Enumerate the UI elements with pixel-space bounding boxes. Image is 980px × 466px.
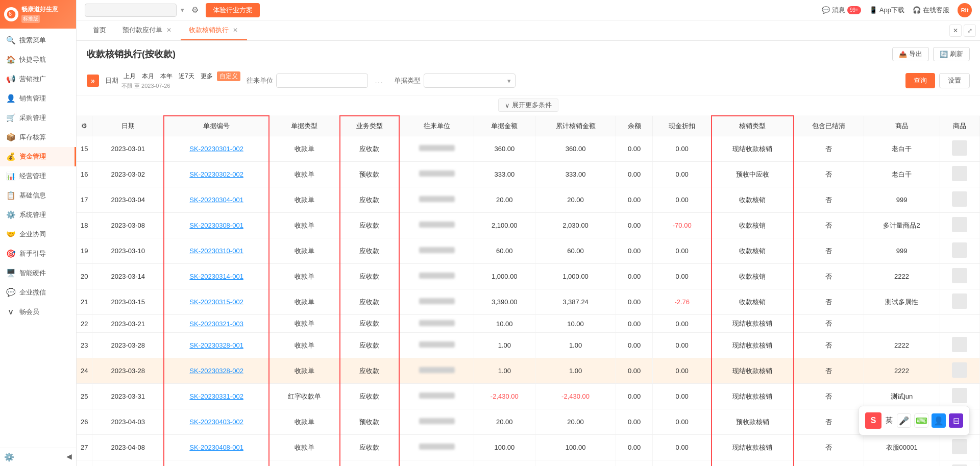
sidebar-item-marketing[interactable]: 📢 营销推广 (0, 69, 76, 89)
settings-icon[interactable]: ⚙️ (4, 452, 14, 462)
row-doc-type: 收款单 (269, 136, 339, 162)
operations-icon: 📊 (6, 171, 15, 181)
settings-col-icon[interactable]: ⚙ (81, 122, 87, 130)
row-partner (399, 358, 474, 384)
chevron-down-icon: ∨ (505, 102, 510, 109)
filter-settings-button[interactable]: 设置 (939, 73, 970, 88)
voucher-type-select[interactable]: ▾ (424, 73, 516, 88)
tab-expand-button[interactable]: ⤢ (964, 24, 976, 37)
row-biz-type: 应收款 (340, 333, 400, 358)
filter-bar: » 日期 上月 本月 本年 近7天 更多 自定义 不限 至 2023-07-26 (77, 66, 980, 95)
col-balance: 余额 (616, 116, 653, 136)
row-goods: 多计量商品2 (864, 213, 940, 238)
row-writeoff-type: 现结收款核销 (712, 136, 793, 162)
sidebar-item-finance[interactable]: 💰 资金管理 (0, 147, 76, 166)
sidebar-item-sales[interactable]: 👤 销售管理 (0, 89, 76, 108)
row-balance: 0.00 (616, 384, 653, 409)
tab-label: 首页 (93, 26, 106, 35)
row-doc-no: SK-20230308-001 (164, 213, 269, 238)
row-goods2 (940, 264, 980, 289)
row-goods2 (940, 187, 980, 213)
sidebar-item-search[interactable]: 🔍 搜索菜单 (0, 31, 76, 50)
row-no: 26 (77, 409, 92, 435)
refresh-button[interactable]: 🔄 刷新 (933, 47, 970, 61)
app-download-action[interactable]: 📱 App下载 (869, 6, 904, 15)
sidebar-item-purchase[interactable]: 🛒 采购管理 (0, 108, 76, 128)
data-table-container[interactable]: ⚙ 日期 单据编号 单据类型 业务类型 往来单位 单据金额 累计核销金额 余额 … (77, 115, 980, 466)
sidebar-item-enterprise[interactable]: 🤝 企业协同 (0, 225, 76, 244)
tab-collection-writeoff[interactable]: 收款核销执行 ✕ (181, 20, 247, 40)
sidebar-item-hardware[interactable]: 🖥️ 智能硬件 (0, 263, 76, 283)
date-more[interactable]: 更多 (199, 71, 215, 81)
row-balance: 0.00 (616, 315, 653, 333)
industry-solution-button[interactable]: 体验行业方案 (206, 3, 260, 17)
sidebar-item-member[interactable]: V 畅会员 (0, 302, 76, 322)
date-custom-button[interactable]: 自定义 (217, 71, 240, 81)
filter-expand-button[interactable]: » (87, 75, 99, 87)
inventory-icon: 📦 (6, 133, 15, 142)
marketing-icon: 📢 (6, 75, 15, 84)
partner-input[interactable] (276, 73, 368, 88)
tab-close-icon[interactable]: ✕ (165, 27, 173, 34)
row-amount: -2,430.00 (474, 384, 535, 409)
tab-close-icon[interactable]: ✕ (232, 27, 239, 34)
col-doc-no: 单据编号 (164, 116, 269, 136)
tab-close-button[interactable]: ✕ (949, 24, 962, 37)
message-action[interactable]: 💬 消息 99+ (822, 6, 861, 15)
table-row: 25 2023-03-31 SK-20230331-002 红字收款单 应收款 … (77, 384, 980, 409)
table-row: 28 2023-04-18 SK-20230418-001 收款单 应收款 10… (77, 460, 980, 467)
page-header: 收款核销执行(按收款) 📤 导出 🔄 刷新 (77, 41, 980, 66)
sidebar-item-label: 系统管理 (19, 210, 46, 219)
row-goods2 (940, 435, 980, 460)
row-writeoff-amount: 1.00 (535, 333, 616, 358)
apps-icon[interactable]: ⊟ (949, 413, 963, 428)
col-settings[interactable]: ⚙ (77, 116, 92, 136)
date-this-month[interactable]: 本月 (140, 71, 156, 81)
date-last-7-days[interactable]: 近7天 (177, 71, 197, 81)
row-balance: 0.00 (616, 213, 653, 238)
online-service-action[interactable]: 🎧 在线客服 (913, 6, 949, 15)
user-icon[interactable]: 👤 (932, 413, 946, 428)
row-writeoff-amount: 100.00 (535, 460, 616, 467)
breadcrumb-input[interactable] (85, 4, 177, 17)
date-hint: 不限 至 2023-07-26 (121, 82, 240, 90)
row-cash-discount: 0.00 (653, 460, 712, 467)
partner-dots[interactable]: ... (371, 77, 388, 85)
date-this-year[interactable]: 本年 (158, 71, 175, 81)
row-balance: 0.00 (616, 187, 653, 213)
row-biz-type: 应收款 (340, 384, 400, 409)
col-cash-discount: 现金折扣 (653, 116, 712, 136)
gear-button[interactable]: ⚙ (188, 4, 202, 17)
sidebar-item-wechat[interactable]: 💬 企业微信 (0, 283, 76, 302)
sidebar-item-label: 营销推广 (19, 75, 46, 84)
row-partner (399, 187, 474, 213)
row-doc-no: SK-20230302-002 (164, 162, 269, 187)
sidebar-item-inventory[interactable]: 📦 库存核算 (0, 128, 76, 147)
date-last-month[interactable]: 上月 (121, 71, 138, 81)
row-include-settled: 否 (794, 435, 864, 460)
sidebar-item-operations[interactable]: 📊 经营管理 (0, 166, 76, 186)
collapse-icon[interactable]: ◀ (66, 452, 72, 462)
row-date: 2023-04-03 (92, 409, 164, 435)
filter-row: » 日期 上月 本月 本年 近7天 更多 自定义 不限 至 2023-07-26 (87, 71, 970, 90)
export-button[interactable]: 📤 导出 (892, 47, 929, 61)
sidebar-item-basic[interactable]: 📋 基础信息 (0, 186, 76, 205)
row-goods2 (940, 162, 980, 187)
tab-prepay[interactable]: 预付款应付单 ✕ (114, 20, 181, 40)
user-avatar[interactable]: Rit (958, 3, 972, 17)
row-writeoff-amount: 3,387.24 (535, 289, 616, 315)
row-writeoff-amount: 10.00 (535, 315, 616, 333)
row-doc-no: SK-20230408-001 (164, 435, 269, 460)
toolbar-icons: 🎤 ⌨ 👤 ⊟ (897, 413, 963, 428)
expand-more-button[interactable]: ∨ 展开更多条件 (498, 99, 558, 112)
sidebar-item-system[interactable]: ⚙️ 系统管理 (0, 205, 76, 225)
sidebar-item-quick-nav[interactable]: 🏠 快捷导航 (0, 50, 76, 69)
grid-icon[interactable]: ⌨ (914, 413, 928, 428)
row-cash-discount: 0.00 (653, 315, 712, 333)
tab-home[interactable]: 首页 (85, 20, 114, 40)
row-include-settled: 否 (794, 213, 864, 238)
query-button[interactable]: 查询 (905, 73, 935, 88)
microphone-icon[interactable]: 🎤 (897, 413, 911, 428)
row-include-settled: 否 (794, 333, 864, 358)
sidebar-item-guide[interactable]: 🎯 新手引导 (0, 244, 76, 263)
